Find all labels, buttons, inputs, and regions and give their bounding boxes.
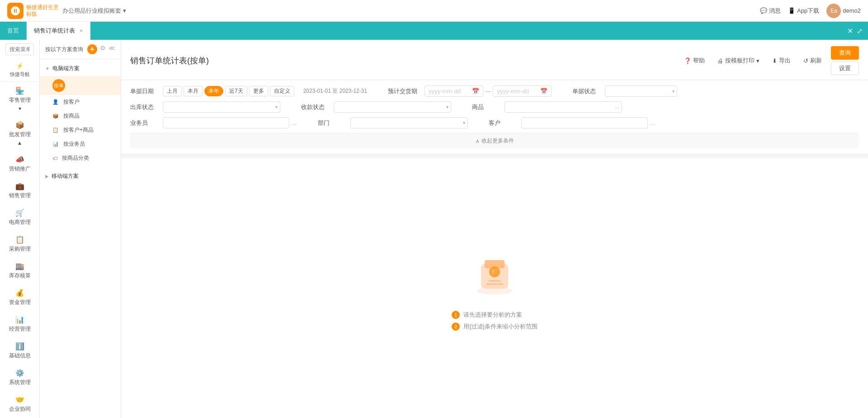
scheme-item-by-order[interactable]: 按单 (40, 76, 121, 95)
sidebar-quick-nav[interactable]: ⚡ 快捷导航 (0, 59, 39, 82)
mobile-scheme-group: ▶ 移动端方案 (40, 167, 121, 185)
system-icon: ⚙️ (15, 369, 24, 377)
scheme-item-by-category[interactable]: 🏷 按商品分类 (40, 151, 121, 165)
page-actions: ❓ 帮助 🖨 按模板打印 ▾ ⬇ 导出 ↺ 刷新 查询 (680, 46, 859, 75)
customer-filter-label: 客户 (489, 119, 514, 127)
date-btn-this-month[interactable]: 本月 (184, 86, 203, 96)
salesperson-select-wrap: … (163, 117, 297, 128)
sidebar-item-marketing[interactable]: 📣 营销推广 (0, 151, 39, 177)
settings-button[interactable]: 设置 (831, 62, 859, 75)
sidebar-item-ecommerce[interactable]: 🛒 电商管理 (0, 204, 39, 231)
query-button[interactable]: 查询 (831, 46, 859, 60)
sidebar-item-wholesale[interactable]: 📦 批发管理 ▲ (0, 116, 39, 151)
scheme-item-by-goods[interactable]: 📦 按商品 (40, 109, 121, 123)
department-select[interactable] (350, 117, 468, 128)
sidebar-item-finance[interactable]: 💰 资金管理 (0, 284, 39, 311)
left-panel-header: 按以下方案查询 + ⚙ ≪ (40, 40, 121, 59)
page-header: 销售订单统计表(按单) ❓ 帮助 🖨 按模板打印 ▾ ⬇ 导出 ↺ 刷新 (121, 40, 868, 80)
left-panel-icons: + ⚙ ≪ (87, 44, 115, 54)
message-icon: 💬 (760, 7, 767, 14)
sidebar-item-system[interactable]: ⚙️ 系统管理 (0, 364, 39, 391)
template-print-button[interactable]: 🖨 按模板打印 ▾ (714, 55, 763, 66)
collapse-filters-button[interactable]: ∧ 收起更多条件 (130, 133, 859, 148)
collapse-icon: ∧ (476, 138, 480, 144)
ecommerce-icon: 🛒 (15, 209, 24, 217)
retail-icon: 🏪 (15, 86, 24, 95)
scheme-item-by-customer[interactable]: 👤 按客户 (40, 95, 121, 109)
department-select-wrap: ▾ (350, 117, 468, 128)
delivery-status-label: 出库状态 (130, 103, 156, 111)
date-btn-last-month[interactable]: 上月 (163, 86, 182, 96)
scheme-item-by-salesperson[interactable]: 📊 按业务员 (40, 137, 121, 151)
sidebar-item-retail[interactable]: 🏪 零售管理 ▾ (0, 82, 39, 116)
delivery-date-to[interactable]: yyyy-mm-dd 📅 (493, 86, 552, 97)
sidebar-search-area (0, 40, 39, 59)
sidebar-item-sales[interactable]: 💼 销售管理 (0, 177, 39, 204)
tab-sales-order-stats[interactable]: 销售订单统计表 × (27, 22, 90, 40)
export-button[interactable]: ⬇ 导出 (769, 55, 794, 66)
main-content: 销售订单统计表(按单) ❓ 帮助 🖨 按模板打印 ▾ ⬇ 导出 ↺ 刷新 (121, 40, 868, 418)
date-buttons: 上月 本月 本年 近7天 更多 自定义 (163, 86, 294, 96)
payment-status-select[interactable] (334, 101, 451, 113)
sidebar-item-collab[interactable]: 🤝 企业协同 (0, 391, 39, 418)
empty-tip-2: 2 用[过滤]条件来缩小分析范围 (452, 323, 537, 331)
tab-home[interactable]: 首页 (0, 22, 27, 40)
quick-nav-icon: ⚡ (16, 62, 24, 69)
calendar-icon2: 📅 (540, 88, 547, 95)
tab-close-button[interactable]: × (80, 28, 83, 34)
user-area[interactable]: Ea demo2 (826, 4, 861, 18)
filter-row-status: 出库状态 ▾ 收款状态 ▾ 商品 (130, 101, 859, 113)
scheme-item-by-customer-goods[interactable]: 📋 按客户+商品 (40, 123, 121, 137)
date-filter-label: 单据日期 (130, 87, 156, 95)
collapse-panel-button[interactable]: ≪ (108, 44, 115, 54)
delivery-date-label: 预计交货期 (388, 87, 417, 95)
avatar: Ea (826, 4, 841, 18)
sidebar-item-inventory[interactable]: 🏬 库存核算 (0, 257, 39, 284)
goods-select[interactable] (505, 101, 622, 113)
sidebar-item-basicinfo[interactable]: ℹ️ 基础信息 (0, 337, 39, 364)
filter-row-people: 业务员 … 部门 ▾ 客户 … (130, 117, 859, 128)
date-btn-more[interactable]: 更多 (249, 86, 268, 96)
expand-arrow: ▾ (19, 105, 21, 112)
department-filter-label: 部门 (318, 119, 343, 127)
delivery-status-select[interactable] (163, 101, 280, 113)
logo-area: 畅捷通好生意 标版 (7, 3, 59, 19)
date-btn-custom[interactable]: 自定义 (270, 86, 294, 96)
window-close-button[interactable]: ✕ (847, 27, 853, 35)
window-maximize-button[interactable]: ⤢ (857, 27, 863, 35)
refresh-button[interactable]: ↺ 刷新 (800, 55, 826, 66)
app-download-button[interactable]: 📱 App下载 (788, 7, 819, 15)
tip-num-1: 1 (452, 311, 460, 319)
top-bar-left: 畅捷通好生意 标版 办公用品行业模拟账套 ▾ (7, 3, 126, 19)
bill-status-select[interactable] (605, 86, 677, 97)
salesperson-dots[interactable]: … (291, 119, 297, 126)
sidebar-item-purchase[interactable]: 📋 采购管理 (0, 231, 39, 257)
help-icon: ❓ (684, 57, 691, 64)
bill-status-label: 单据状态 (572, 87, 598, 95)
help-button[interactable]: ❓ 帮助 (680, 55, 708, 66)
mobile-scheme-title[interactable]: ▶ 移动端方案 (40, 169, 121, 184)
salesperson-input[interactable] (163, 117, 289, 128)
add-scheme-button[interactable]: + (87, 44, 97, 54)
salesperson-filter-label: 业务员 (130, 119, 156, 127)
purchase-icon: 📋 (15, 235, 24, 244)
finance-icon: 💰 (15, 289, 24, 297)
date-btn-this-year[interactable]: 本年 (204, 86, 223, 96)
message-button[interactable]: 💬 消息 (760, 7, 781, 15)
nav-tabs-left: 首页 销售订单统计表 × (0, 22, 90, 40)
settings-scheme-button[interactable]: ⚙ (100, 44, 106, 54)
sidebar-item-operations[interactable]: 📊 经营管理 (0, 311, 39, 337)
search-input[interactable] (5, 43, 34, 55)
customer-scheme-icon: 👤 (52, 99, 59, 105)
date-range-text: 2023-01-01 至 2023-12-31 (303, 87, 367, 95)
filter-area: 单据日期 上月 本月 本年 近7天 更多 自定义 2023-01-01 至 20… (121, 80, 868, 154)
print-icon: 🖨 (717, 57, 723, 64)
date-btn-last-7[interactable]: 近7天 (225, 86, 247, 96)
pc-scheme-title[interactable]: ▼ 电脑端方案 (40, 61, 121, 76)
customer-input[interactable] (521, 117, 648, 128)
collab-icon: 🤝 (15, 395, 24, 404)
customer-dots[interactable]: … (650, 119, 656, 126)
payment-status-select-wrap: ▾ (334, 101, 451, 113)
delivery-date-from[interactable]: yyyy-mm-dd 📅 (425, 86, 483, 97)
empty-state: ! 1 请先选择要分析的方案 2 用[过滤]条件来缩小分析范围 (121, 158, 868, 418)
